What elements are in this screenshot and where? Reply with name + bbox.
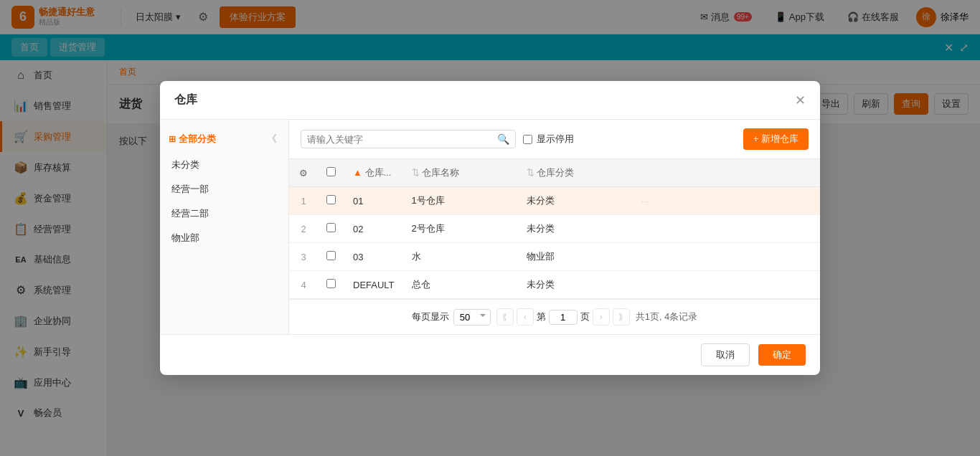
row-check-cell xyxy=(318,215,344,243)
col-header-actions xyxy=(633,159,820,187)
search-icon[interactable]: 🔍 xyxy=(497,133,509,145)
page-nav: ⟪ ‹ 第 页 › ⟫ xyxy=(496,308,630,326)
row-category: 未分类 xyxy=(518,215,633,243)
modal-toolbar: 🔍 显示停用 + 新增仓库 xyxy=(289,120,820,159)
row-num: 1 xyxy=(289,187,318,215)
grid-icon: ⊞ xyxy=(169,134,176,144)
col-header-code: ▲ 仓库... xyxy=(344,159,403,187)
row-name: 2号仓库 xyxy=(403,215,518,243)
modal-footer: 取消 确定 xyxy=(160,334,820,375)
modal-body: ⊞ 全部分类 《 未分类 经营一部 经营二部 物业部 🔍 显示停用 xyxy=(160,120,820,334)
row-more xyxy=(633,243,820,271)
col-cat-sort-icon: ⇅ xyxy=(527,167,534,178)
page-number-input[interactable] xyxy=(549,310,578,325)
row-check-cell xyxy=(318,243,344,271)
col-header-category: ⇅ 仓库分类 xyxy=(518,159,633,187)
per-page-label: 每页显示 xyxy=(412,310,449,323)
row-name: 总仓 xyxy=(403,271,518,299)
col-name-sort-icon: ⇅ xyxy=(412,167,420,178)
select-all-checkbox[interactable] xyxy=(326,167,336,176)
row-code: 01 xyxy=(344,187,403,215)
sort-icon: ▲ xyxy=(353,167,362,178)
row-num: 4 xyxy=(289,271,318,299)
row-num: 2 xyxy=(289,215,318,243)
warehouse-table: ⚙ ▲ 仓库... ⇅ 仓库名称 xyxy=(289,159,820,299)
row-category: 物业部 xyxy=(518,243,633,271)
collapse-icon[interactable]: 《 xyxy=(264,131,280,147)
col-header-gear: ⚙ xyxy=(289,159,318,187)
prev-page-button[interactable]: ‹ xyxy=(517,308,534,326)
modal-sidebar: ⊞ 全部分类 《 未分类 经营一部 经营二部 物业部 xyxy=(160,120,289,334)
col-gear-icon[interactable]: ⚙ xyxy=(299,168,308,179)
show-disabled-label: 显示停用 xyxy=(537,133,574,146)
page-unit: 页 xyxy=(580,310,590,323)
col-code-label: 仓库... xyxy=(365,167,392,178)
row-num: 3 xyxy=(289,243,318,271)
confirm-button[interactable]: 确定 xyxy=(758,344,806,366)
first-page-button[interactable]: ⟪ xyxy=(496,308,514,326)
modal-title: 仓库 xyxy=(174,92,197,108)
col-header-name: ⇅ 仓库名称 xyxy=(403,159,518,187)
modal-sidebar-title: ⊞ 全部分类 xyxy=(169,133,216,146)
add-warehouse-button[interactable]: + 新增仓库 xyxy=(743,128,809,150)
last-page-button[interactable]: ⟫ xyxy=(613,308,630,326)
modal-close-button[interactable]: ✕ xyxy=(795,94,806,107)
row-check-cell xyxy=(318,271,344,299)
show-disabled-checkbox[interactable]: 显示停用 xyxy=(523,133,574,146)
row-more xyxy=(633,215,820,243)
table-row: 3 03 水 物业部 xyxy=(289,243,820,271)
row-category: 未分类 xyxy=(518,187,633,215)
sidebar-category-property[interactable]: 物业部 xyxy=(160,226,288,250)
row-more: ··· xyxy=(633,187,820,215)
total-info: 共1页, 4条记录 xyxy=(636,310,698,323)
row-checkbox[interactable] xyxy=(326,251,336,260)
row-more xyxy=(633,271,820,299)
sidebar-category-ops1[interactable]: 经营一部 xyxy=(160,177,288,201)
next-page-button[interactable]: › xyxy=(593,308,610,326)
row-name: 水 xyxy=(403,243,518,271)
modal-header: 仓库 ✕ xyxy=(160,81,820,120)
row-name: 1号仓库 xyxy=(403,187,518,215)
col-header-check xyxy=(318,159,344,187)
per-page: 每页显示 50 20 100 xyxy=(412,309,491,326)
row-code: DEFAULT xyxy=(344,271,403,299)
row-checkbox[interactable] xyxy=(326,195,336,204)
more-icon[interactable]: ··· xyxy=(641,196,649,206)
sidebar-category-unclassified[interactable]: 未分类 xyxy=(160,153,288,177)
search-input-wrap[interactable]: 🔍 xyxy=(301,130,516,148)
page-label: 第 xyxy=(537,310,546,323)
pagination: 每页显示 50 20 100 ⟪ ‹ 第 页 › ⟫ 共1页, 4条记录 xyxy=(289,299,820,334)
cancel-button[interactable]: 取消 xyxy=(701,343,750,366)
show-disabled-check[interactable] xyxy=(523,135,532,144)
row-category: 未分类 xyxy=(518,271,633,299)
row-checkbox[interactable] xyxy=(326,279,336,288)
table-row: 2 02 2号仓库 未分类 xyxy=(289,215,820,243)
modal-sidebar-title-text: 全部分类 xyxy=(179,133,216,146)
row-code: 02 xyxy=(344,215,403,243)
modal-sidebar-header: ⊞ 全部分类 《 xyxy=(160,128,288,153)
warehouse-modal: 仓库 ✕ ⊞ 全部分类 《 未分类 经营一部 经营二部 物业部 xyxy=(160,81,820,375)
per-page-select[interactable]: 50 20 100 xyxy=(453,309,491,326)
search-input[interactable] xyxy=(307,134,493,145)
row-code: 03 xyxy=(344,243,403,271)
row-checkbox[interactable] xyxy=(326,223,336,232)
sidebar-category-ops2[interactable]: 经营二部 xyxy=(160,201,288,226)
table-row: 1 01 1号仓库 未分类 ··· xyxy=(289,187,820,215)
table-wrap: ⚙ ▲ 仓库... ⇅ 仓库名称 xyxy=(289,159,820,299)
table-row: 4 DEFAULT 总仓 未分类 xyxy=(289,271,820,299)
row-check-cell xyxy=(318,187,344,215)
modal-main: 🔍 显示停用 + 新增仓库 ⚙ xyxy=(289,120,820,334)
